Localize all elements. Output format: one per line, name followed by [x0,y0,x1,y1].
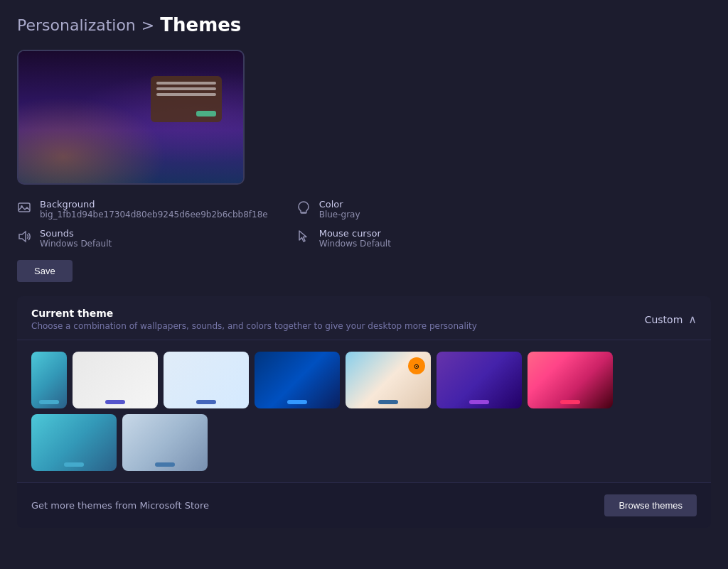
mouse-cursor-label: Mouse cursor [319,228,391,239]
page-container: Personalization > Themes [0,0,728,569]
themes-title: Current theme [31,308,477,319]
store-text: Get more themes from Microsoft Store [31,500,209,511]
sounds-value: Windows Default [40,239,112,249]
page-title: Themes [160,14,241,36]
mouse-cursor-icon [296,229,312,245]
themes-panel: Current theme Choose a combination of wa… [17,296,711,528]
current-theme-label: Custom [645,314,683,325]
background-icon [17,200,33,216]
sounds-info[interactable]: Sounds Windows Default [17,228,268,249]
theme-item-blue-light[interactable] [164,352,249,408]
sounds-label: Sounds [40,228,112,239]
color-label: Color [319,199,360,210]
svg-rect-0 [18,203,30,212]
theme-item-teal[interactable] [31,414,117,471]
theme-preview [17,50,245,185]
background-label: Background [40,199,268,210]
preview-section [17,50,711,185]
background-info[interactable]: Background big_1fb1d94be17304d80eb9245d6… [17,199,268,220]
breadcrumb-parent[interactable]: Personalization [17,16,136,34]
mouse-cursor-value: Windows Default [319,239,391,249]
themes-header: Current theme Choose a combination of wa… [17,296,711,340]
themes-subtitle: Choose a combination of wallpapers, soun… [31,321,477,331]
theme-item-light[interactable] [73,352,158,408]
color-icon [296,200,312,216]
sounds-icon [17,229,33,245]
theme-item-partial[interactable] [31,352,67,408]
chevron-up-icon[interactable]: ∧ [688,313,697,326]
browse-themes-button[interactable]: Browse themes [604,494,697,516]
themes-footer: Get more themes from Microsoft Store Bro… [17,482,711,528]
save-button[interactable]: Save [17,260,73,282]
color-info[interactable]: Color Blue-gray [296,199,444,220]
background-value: big_1fb1d94be17304d80eb9245d6ee9b2b6cbb8… [40,210,268,220]
theme-item-gray-blue[interactable] [122,414,208,471]
overwatch-icon: ⊙ [408,357,425,374]
theme-info-grid: Background big_1fb1d94be17304d80eb9245d6… [17,199,444,249]
mouse-cursor-info[interactable]: Mouse cursor Windows Default [296,228,444,249]
theme-item-red[interactable] [528,352,613,408]
breadcrumb: Personalization > Themes [17,14,711,36]
theme-item-overwatch[interactable]: ⊙ [346,352,431,408]
theme-item-dark-blue[interactable] [255,352,340,408]
color-value: Blue-gray [319,210,360,220]
preview-window [151,76,222,122]
themes-grid: ⊙ [17,340,711,482]
svg-marker-2 [19,232,26,242]
breadcrumb-separator: > [141,16,154,34]
theme-item-purple[interactable] [437,352,522,408]
